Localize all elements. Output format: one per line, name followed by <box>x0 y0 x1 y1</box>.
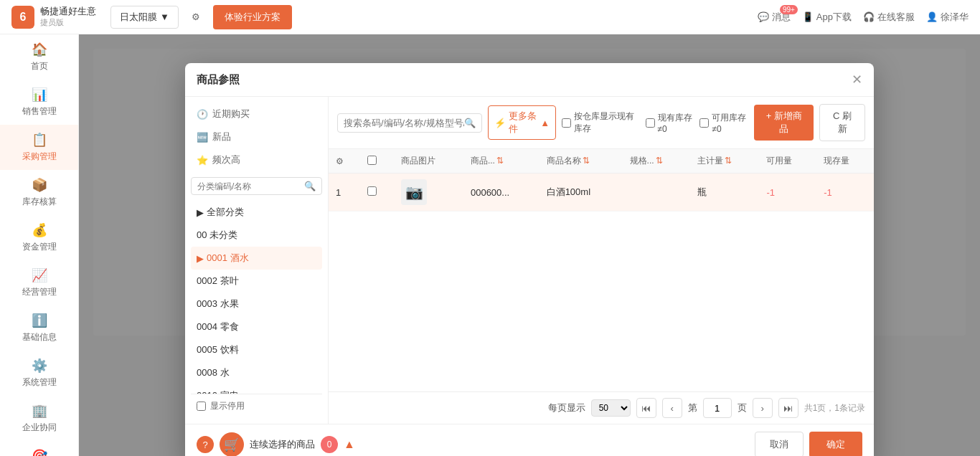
col-name[interactable]: 商品名称⇅ <box>540 149 623 174</box>
sidebar-item-enterprise[interactable]: 🏢 企业协同 <box>0 396 78 441</box>
row-checkbox-cell[interactable] <box>360 174 394 212</box>
sidebar-item-home[interactable]: 🏠 首页 <box>0 34 78 80</box>
category-appliances[interactable]: 0010 家电 <box>191 384 322 394</box>
sidebar-label-operation: 经营管理 <box>22 286 57 298</box>
cancel-button[interactable]: 取消 <box>755 432 804 456</box>
app-layout: 🏠 首页 📊 销售管理 📋 采购管理 📦 库存核算 💰 资金管理 📈 经营管理 … <box>0 34 980 456</box>
category-tea[interactable]: 0002 茶叶 <box>191 270 322 293</box>
modal-left-panel: 🕐 近期购买 🆕 新品 ⭐ 频次高 🔍 <box>185 97 329 424</box>
sidebar-label-finance: 资金管理 <box>22 241 57 253</box>
recent-label: 近期购买 <box>212 108 250 120</box>
col-code[interactable]: 商品...⇅ <box>463 149 540 174</box>
product-search-box: 🔍 <box>337 113 482 133</box>
available-stock-filter[interactable]: 可用库存≠0 <box>699 112 748 134</box>
category-uncategorized-label: 00 未分类 <box>197 229 237 240</box>
per-page-select[interactable]: 50 100 200 <box>591 399 631 417</box>
more-filter-button[interactable]: ⚡ 更多条件 ▲ <box>488 105 556 140</box>
confirm-button[interactable]: 确定 <box>809 432 862 456</box>
messages-button[interactable]: 💬 消息 99+ <box>758 11 791 24</box>
col-available[interactable]: 可用量 <box>759 149 816 174</box>
mobile-icon: 📱 <box>802 11 814 22</box>
chevron-up-icon: ▲ <box>540 118 550 128</box>
user-avatar[interactable]: 👤 徐泽华 <box>926 11 969 24</box>
category-fruit[interactable]: 0003 水果 <box>191 293 322 315</box>
col-settings[interactable]: ⚙ <box>329 149 360 174</box>
show-disabled-checkbox[interactable] <box>197 402 206 411</box>
search-icon[interactable]: 🔍 <box>304 181 316 191</box>
modal-right-panel: 🔍 ⚡ 更多条件 ▲ 按仓库显示现有库存 <box>329 97 874 424</box>
product-reference-modal: 商品参照 ✕ 🕐 近期购买 🆕 新品 <box>185 63 874 456</box>
row-unit: 瓶 <box>690 174 760 212</box>
quick-filter-recent[interactable]: 🕐 近期购买 <box>191 103 322 125</box>
page-input[interactable] <box>703 398 732 418</box>
online-service-button[interactable]: 🎧 在线客服 <box>863 11 915 24</box>
col-checkbox[interactable] <box>360 149 394 174</box>
product-table: ⚙ 商品图片 商品...⇅ 商品名称⇅ 规格...⇅ 主计量⇅ 可用量 现存量 <box>329 149 874 391</box>
category-snack[interactable]: 0004 零食 <box>191 315 322 338</box>
enterprise-icon: 🏢 <box>32 403 47 419</box>
cart-icon[interactable]: 🛒 <box>220 432 244 456</box>
chevron-down-icon: ▼ <box>160 11 169 22</box>
page-label-2: 页 <box>738 402 747 414</box>
settings-icon[interactable]: ⚙ <box>184 6 207 29</box>
logo-name: 畅捷通好生意 <box>40 6 96 18</box>
app-download-button[interactable]: 📱 App下载 <box>802 11 852 24</box>
last-page-button[interactable]: ⏭ <box>778 398 798 418</box>
sidebar-label-purchase: 采购管理 <box>22 151 57 163</box>
category-water[interactable]: 0008 水 <box>191 361 322 384</box>
col-unit[interactable]: 主计量⇅ <box>690 149 760 174</box>
col-stock[interactable]: 现存量 <box>816 149 874 174</box>
modal-close-button[interactable]: ✕ <box>852 72 862 87</box>
product-search-input[interactable] <box>344 118 464 128</box>
quick-filter-frequent[interactable]: ⭐ 频次高 <box>191 148 322 171</box>
col-image[interactable]: 商品图片 <box>394 149 463 174</box>
row-checkbox[interactable] <box>367 186 377 196</box>
refresh-button[interactable]: C 刷新 <box>819 104 865 141</box>
category-uncategorized[interactable]: 00 未分类 <box>191 224 322 247</box>
operation-icon: 📈 <box>32 267 47 283</box>
row-stock: -1 <box>816 174 874 212</box>
total-info: 共1页，1条记录 <box>804 402 865 414</box>
category-all[interactable]: ▶ 全部分类 <box>191 201 322 224</box>
star-icon: ⭐ <box>197 155 208 166</box>
experience-button[interactable]: 体验行业方案 <box>213 5 292 29</box>
warehouse-stock-checkbox[interactable] <box>562 118 571 128</box>
category-alcohol[interactable]: ▶ 0001 酒水 <box>191 247 322 270</box>
category-beverage[interactable]: 0005 饮料 <box>191 338 322 361</box>
online-service-label: 在线客服 <box>877 11 915 24</box>
sidebar-item-operation[interactable]: 📈 经营管理 <box>0 260 78 305</box>
finance-icon: 💰 <box>32 222 47 238</box>
nonzero-stock-checkbox[interactable] <box>646 118 655 128</box>
sidebar-item-inventory[interactable]: 📦 库存核算 <box>0 170 78 215</box>
first-page-button[interactable]: ⏮ <box>636 398 656 418</box>
next-page-button[interactable]: › <box>753 398 773 418</box>
category-search-input[interactable] <box>197 181 301 191</box>
sidebar-item-finance[interactable]: 💰 资金管理 <box>0 215 78 260</box>
nav-dropdown-label: 日太阳膜 <box>120 11 157 24</box>
search-icon-2[interactable]: 🔍 <box>464 118 476 128</box>
warehouse-stock-filter[interactable]: 按仓库显示现有库存 <box>562 110 639 135</box>
quick-filter-new[interactable]: 🆕 新品 <box>191 125 322 148</box>
modal-toolbar: 🔍 ⚡ 更多条件 ▲ 按仓库显示现有库存 <box>329 97 874 149</box>
frequent-label: 频次高 <box>212 153 240 166</box>
inventory-icon: 📦 <box>32 177 47 193</box>
sidebar-item-guide[interactable]: 🎯 新手引导 <box>0 441 78 456</box>
help-button[interactable]: ? <box>197 436 214 453</box>
nav-dropdown[interactable]: 日太阳膜 ▼ <box>110 6 179 29</box>
nonzero-stock-filter[interactable]: 现有库存≠0 <box>646 112 694 134</box>
select-all-checkbox[interactable] <box>367 156 377 165</box>
sidebar-item-basic[interactable]: ℹ️ 基础信息 <box>0 305 78 351</box>
add-product-button[interactable]: + 新增商品 <box>754 105 814 141</box>
available-stock-checkbox[interactable] <box>699 118 709 128</box>
show-disabled-label: 显示停用 <box>210 400 245 412</box>
sidebar-item-sales[interactable]: 📊 销售管理 <box>0 80 78 125</box>
collapse-arrow[interactable]: ▲ <box>344 438 355 451</box>
prev-page-button[interactable]: ‹ <box>662 398 682 418</box>
top-nav: 6 畅捷通好生意 捷员版 日太阳膜 ▼ ⚙ 体验行业方案 💬 消息 99+ 📱 … <box>0 0 980 34</box>
table-row[interactable]: 1 📷 000600... 白酒100ml 瓶 <box>329 174 874 212</box>
col-spec[interactable]: 规格...⇅ <box>623 149 690 174</box>
sidebar-item-purchase[interactable]: 📋 采购管理 <box>0 125 78 170</box>
sidebar-item-system[interactable]: ⚙️ 系统管理 <box>0 351 78 396</box>
category-snack-label: 0004 零食 <box>197 321 239 332</box>
system-icon: ⚙️ <box>32 358 47 374</box>
